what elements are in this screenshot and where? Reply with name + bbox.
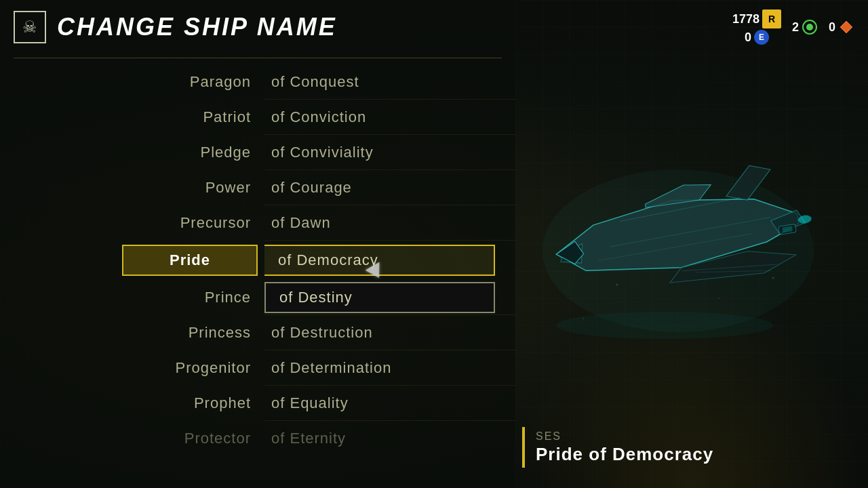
orange-diamond-icon <box>838 19 854 35</box>
selected-first-box[interactable]: Pride <box>122 245 258 276</box>
svg-point-16 <box>556 312 773 339</box>
svg-rect-23 <box>841 22 852 33</box>
hud-sub-row: 0 E <box>745 30 769 45</box>
hud-green-stat: 2 <box>792 19 818 35</box>
first-name-precursor[interactable]: Precursor <box>14 214 264 232</box>
skull-symbol: ☠ <box>22 18 37 37</box>
second-name-equality[interactable]: of Equality <box>264 394 515 412</box>
first-name-power[interactable]: Power <box>14 179 264 197</box>
ship-name-display: SES Pride of Democracy <box>522 427 713 468</box>
destiny-col[interactable]: of Destiny <box>264 282 515 313</box>
hud-credits-top: 1778 R <box>732 9 781 28</box>
first-name-princess[interactable]: Princess <box>14 324 264 342</box>
selected-first-col[interactable]: Pride <box>14 245 264 276</box>
selected-second-col[interactable]: of Democracy <box>264 245 515 276</box>
destiny-box[interactable]: of Destiny <box>264 282 495 313</box>
hud-orange-stat: 0 <box>829 19 854 35</box>
ship-name-bar <box>522 427 525 468</box>
first-name-protector[interactable]: Protector <box>14 430 264 447</box>
list-item[interactable]: Power of Courage <box>14 170 515 205</box>
orange-val: 0 <box>829 20 835 35</box>
skull-icon: ☠ <box>14 11 46 43</box>
green-circle-icon <box>802 19 818 35</box>
medal-value: 0 <box>745 30 751 45</box>
first-name-prince[interactable]: Prince <box>14 289 264 306</box>
first-name-patriot[interactable]: Patriot <box>14 108 264 126</box>
svg-point-18 <box>718 298 719 299</box>
list-item[interactable]: Precursor of Dawn <box>14 205 515 241</box>
svg-point-19 <box>583 318 584 319</box>
ship-name-text: SES Pride of Democracy <box>536 430 713 465</box>
list-item[interactable]: Prince of Destiny <box>14 280 515 315</box>
selected-second-box[interactable]: of Democracy <box>264 245 495 276</box>
second-name-conquest[interactable]: of Conquest <box>264 73 515 91</box>
list-item[interactable]: Patriot of Conviction <box>14 100 515 135</box>
svg-point-20 <box>772 277 774 279</box>
first-name-progenitor[interactable]: Progenitor <box>14 359 264 377</box>
second-name-conviviality[interactable]: of Conviviality <box>264 144 515 161</box>
super-credits-icon: E <box>754 30 769 45</box>
second-name-eternity[interactable]: of Eternity <box>264 430 515 447</box>
list-item[interactable]: Protector of Eternity <box>14 421 515 456</box>
requisition-icon: R <box>762 9 781 28</box>
list-item[interactable]: Progenitor of Determination <box>14 350 515 386</box>
first-name-paragon[interactable]: Paragon <box>14 73 264 91</box>
header: ☠ CHANGE SHIP NAME 1778 R 0 E 2 <box>0 0 868 54</box>
selected-list-item[interactable]: Pride of Democracy <box>14 241 515 280</box>
hud-green-top: 2 <box>792 19 818 35</box>
svg-point-17 <box>616 284 618 286</box>
green-val: 2 <box>792 20 799 35</box>
ship-full-name: Pride of Democracy <box>536 444 713 465</box>
second-name-destruction[interactable]: of Destruction <box>264 324 515 342</box>
hud-credits-group: 1778 R 0 E <box>732 9 781 45</box>
second-name-conviction[interactable]: of Conviction <box>264 108 515 126</box>
name-list[interactable]: Paragon of Conquest Patriot of Convictio… <box>14 64 515 456</box>
list-item[interactable]: Prophet of Equality <box>14 386 515 421</box>
hud-right: 1778 R 0 E 2 0 <box>732 9 854 45</box>
ship-illustration <box>515 81 841 366</box>
page-title: CHANGE SHIP NAME <box>57 13 337 41</box>
list-item[interactable]: Princess of Destruction <box>14 315 515 350</box>
second-name-courage[interactable]: of Courage <box>264 179 515 197</box>
header-divider <box>14 58 502 58</box>
first-name-prophet[interactable]: Prophet <box>14 394 264 412</box>
hud-orange-top: 0 <box>829 19 854 35</box>
ship-ses-label: SES <box>536 430 713 443</box>
list-item[interactable]: Paragon of Conquest <box>14 64 515 100</box>
credits-value: 1778 <box>732 12 760 26</box>
svg-point-22 <box>806 24 813 30</box>
header-left: ☠ CHANGE SHIP NAME <box>14 11 337 43</box>
second-name-determination[interactable]: of Determination <box>264 359 515 377</box>
first-name-pledge[interactable]: Pledge <box>14 144 264 161</box>
second-name-dawn[interactable]: of Dawn <box>264 214 515 232</box>
list-item[interactable]: Pledge of Conviviality <box>14 135 515 170</box>
